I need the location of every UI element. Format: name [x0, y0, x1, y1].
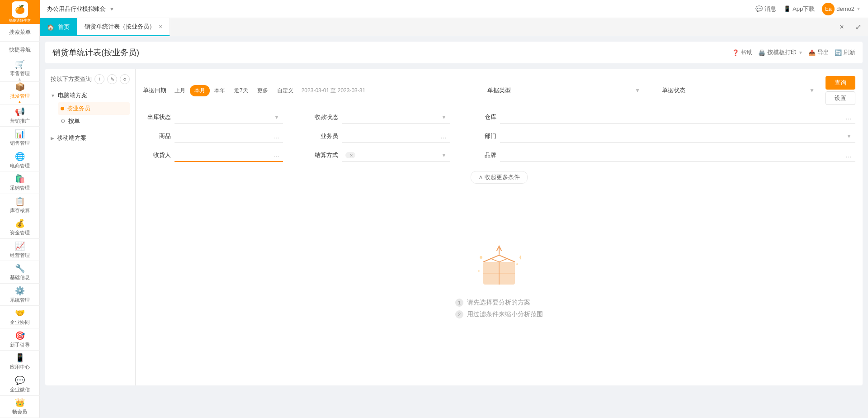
sidebar-item-sales[interactable]: 📊 销售管理	[0, 127, 40, 149]
sidebar-item-system[interactable]: ⚙️ 系统管理	[0, 284, 40, 306]
goods-dots[interactable]: …	[273, 133, 279, 140]
quicknav-item[interactable]: 快捷导航	[0, 42, 40, 59]
outbound-select[interactable]: ▼	[175, 110, 283, 124]
topnav-dropdown-icon[interactable]: ▼	[109, 6, 114, 12]
tab-home[interactable]: 🏠 首页	[40, 18, 77, 36]
sidebar-logo: 🍊 畅捷通好生意	[0, 0, 40, 24]
goods-input[interactable]: …	[175, 129, 283, 143]
user-dropdown-icon: ▼	[856, 6, 861, 11]
sidebar-item-finance[interactable]: 💰 资金管理	[0, 216, 40, 239]
payment-select[interactable]: ▼	[342, 110, 450, 124]
sidebar-item-inventory[interactable]: 📋 库存核算	[0, 194, 40, 217]
department-select[interactable]: ▼	[500, 129, 855, 143]
salesperson-input[interactable]: …	[342, 129, 450, 143]
wechat-label: 企业微信	[10, 386, 30, 393]
tab-sales-report[interactable]: 销货单统计表（按业务员） ×	[77, 18, 170, 36]
tree-arrow-mobile: ▶	[51, 136, 54, 141]
app-download-btn[interactable]: 📱 App下载	[783, 5, 815, 13]
newbie-label: 新手引导	[10, 342, 30, 348]
left-panel-header: 按以下方案查询 + ✎ «	[51, 74, 130, 84]
collapse-conditions-btn[interactable]: ∧ 收起更多条件	[471, 171, 528, 184]
bill-type-chevron: ▼	[635, 87, 640, 94]
page-name: 办公用品行业模拟账套	[47, 5, 106, 13]
search-menu-item[interactable]: 搜索菜单	[0, 24, 40, 42]
tree-item-bill[interactable]: ⚙ 按单	[58, 115, 130, 128]
date-btn-7days[interactable]: 近7天	[230, 85, 253, 96]
settlement-tag-close[interactable]: ×	[350, 152, 353, 158]
sales-label: 销售管理	[10, 140, 30, 147]
settlement-chevron: ▼	[441, 152, 447, 158]
sidebar-item-marketing[interactable]: 📢 营销推广	[0, 104, 40, 127]
home-icon: 🏠	[47, 24, 54, 31]
sidebar-item-appstore[interactable]: 📱 应用中心	[0, 351, 40, 373]
active-dot	[61, 107, 64, 110]
operation-icon: 📈	[15, 241, 25, 251]
date-btn-more[interactable]: 更多	[253, 85, 273, 96]
tab-bar: 🏠 首页 销货单统计表（按业务员） × × ⤢	[40, 18, 868, 36]
consignee-dots[interactable]: …	[273, 151, 279, 158]
inventory-icon: 📋	[15, 196, 25, 206]
edit-scheme-btn[interactable]: ✎	[107, 74, 117, 84]
tab-actions: × ⤢	[832, 18, 868, 36]
tab-restore-btn[interactable]: ×	[835, 21, 848, 33]
message-btn[interactable]: 💬 消息	[755, 5, 776, 13]
sidebar-item-wechat[interactable]: 💬 企业微信	[0, 373, 40, 396]
sidebar-item-operation[interactable]: 📈 经营管理	[0, 239, 40, 261]
consignee-label: 收货人	[143, 151, 175, 159]
warehouse-input[interactable]: …	[500, 110, 855, 124]
date-btn-custom[interactable]: 自定义	[273, 85, 298, 96]
logo-icon: 🍊	[12, 1, 28, 18]
tab-close-btn[interactable]: ×	[159, 23, 162, 30]
base-icon: 🔧	[15, 263, 25, 273]
sidebar-item-retail[interactable]: 🛒 零售管理 ▲	[0, 59, 40, 82]
content-area: 按以下方案查询 + ✎ « ▼ 电脑端方案	[45, 69, 863, 385]
warehouse-dots[interactable]: …	[845, 114, 852, 121]
print-label: 按模板打印	[767, 48, 797, 57]
settlement-select[interactable]: × ▼	[342, 148, 450, 162]
sidebar-item-base[interactable]: 🔧 基础信息	[0, 261, 40, 284]
bill-type-select[interactable]: ▼	[514, 84, 644, 97]
ecommerce-label: 电商管理	[10, 162, 30, 169]
salesperson-dots[interactable]: …	[440, 133, 447, 140]
collapse-panel-btn[interactable]: «	[120, 74, 130, 84]
tree-group-pc[interactable]: ▼ 电脑端方案	[51, 89, 130, 102]
more-conditions-row: ∧ 收起更多条件	[143, 167, 855, 187]
sidebar-item-member[interactable]: 👑 畅会员	[0, 396, 40, 418]
sidebar-item-newbie[interactable]: 🎯 新手引导	[0, 328, 40, 351]
tab-maximize-btn[interactable]: ⤢	[852, 21, 864, 33]
help-btn[interactable]: ❓ 帮助	[732, 48, 753, 57]
tree-item-salesperson[interactable]: 按业务员	[58, 102, 130, 115]
brand-input[interactable]: …	[500, 148, 855, 162]
sidebar-item-enterprise[interactable]: 🤝 企业协同	[0, 306, 40, 328]
home-label: 首页	[58, 23, 70, 31]
user-menu[interactable]: Ea demo2 ▼	[822, 3, 861, 15]
filter-row-4: 收货人 … 结算方式 × ▼ 品牌	[143, 148, 855, 162]
bill-status-select[interactable]: ▼	[689, 84, 818, 97]
refresh-btn[interactable]: 🔄 刷新	[835, 48, 855, 57]
print-btn[interactable]: 🖨️ 按模板打印 ▼	[758, 48, 803, 57]
settings-btn[interactable]: 设置	[826, 91, 855, 105]
tree-group-mobile[interactable]: ▶ 移动端方案	[51, 131, 130, 145]
add-scheme-btn[interactable]: +	[94, 74, 104, 84]
empty-tip-2: 2 用过滤条件来缩小分析范围	[455, 310, 543, 318]
wholesale-label: 批发管理	[10, 93, 30, 100]
empty-icon	[472, 237, 526, 291]
date-btn-last-month[interactable]: 上月	[170, 85, 190, 96]
logo-emoji: 🍊	[15, 5, 25, 14]
date-btn-this-year[interactable]: 本年	[210, 85, 230, 96]
retail-icon: 🛒	[15, 59, 25, 69]
left-panel: 按以下方案查询 + ✎ « ▼ 电脑端方案	[45, 69, 136, 385]
date-btn-this-month[interactable]: 本月	[190, 85, 210, 96]
sidebar-item-ecommerce[interactable]: 🌐 电商管理	[0, 149, 40, 172]
query-btn[interactable]: 查询	[826, 76, 855, 90]
bill-icon: ⚙	[61, 118, 66, 124]
export-label: 导出	[817, 48, 829, 57]
export-btn[interactable]: 📤 导出	[808, 48, 829, 57]
page-actions: ❓ 帮助 🖨️ 按模板打印 ▼ 📤 导出 🔄 刷新	[732, 48, 855, 57]
brand-dots[interactable]: …	[845, 152, 852, 159]
consignee-input[interactable]: …	[175, 148, 283, 162]
empty-state: 1 请先选择要分析的方案 2 用过滤条件来缩小分析范围	[143, 187, 855, 368]
appstore-label: 应用中心	[10, 364, 30, 370]
sidebar-item-purchase[interactable]: 🛍️ 采购管理	[0, 171, 40, 194]
sidebar-item-wholesale[interactable]: 📦 批发管理 ▲	[0, 82, 40, 104]
